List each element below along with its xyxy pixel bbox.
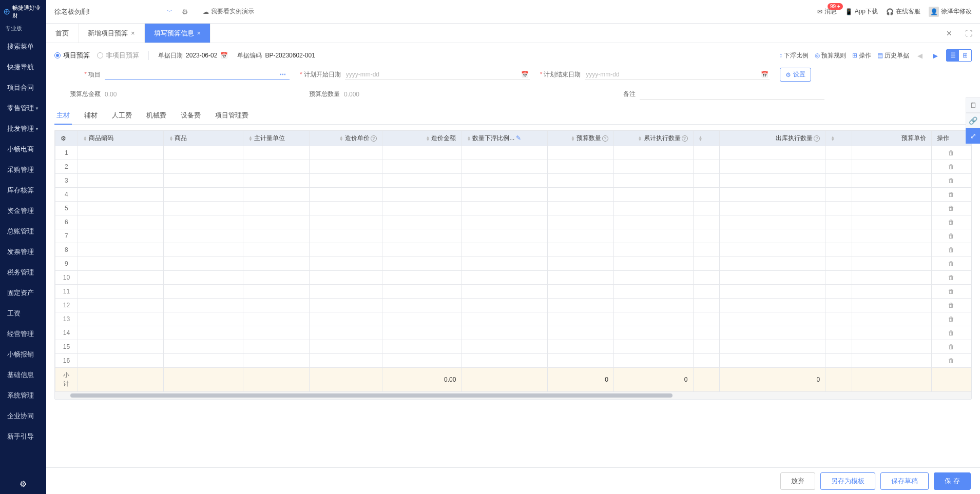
sidebar-item-9[interactable]: 总账管理 (0, 221, 46, 242)
sidebar-item-16[interactable]: 基础信息 (0, 365, 46, 385)
prev-arrow-icon[interactable]: ◀ (915, 52, 925, 60)
trash-icon[interactable]: 🗑 (948, 329, 954, 337)
trash-icon[interactable]: 🗑 (948, 246, 954, 253)
table-row[interactable]: 7🗑 (55, 229, 971, 243)
float-attach-icon[interactable]: 🔗 (966, 113, 980, 128)
table-row[interactable]: 6🗑 (55, 215, 971, 229)
view-list-button[interactable]: ☰ (947, 50, 959, 61)
sidebar-item-18[interactable]: 企业协同 (0, 406, 46, 426)
tab-home[interactable]: 首页 (46, 24, 79, 43)
table-settings-header[interactable]: ⚙ (55, 131, 78, 146)
trash-icon[interactable]: 🗑 (948, 219, 954, 226)
save-template-button[interactable]: 另存为模板 (820, 472, 875, 490)
radio-non-project-budget[interactable]: 非项目预算 (97, 51, 139, 60)
trash-icon[interactable]: 🗑 (948, 274, 954, 281)
table-row[interactable]: 9🗑 (55, 257, 971, 271)
table-row[interactable]: 13🗑 (55, 312, 971, 326)
settings-button[interactable]: ⚙ 设置 (780, 68, 811, 82)
operate-link[interactable]: ⊞操作 (852, 51, 871, 60)
fullscreen-icon[interactable]: ⛶ (962, 26, 976, 41)
sidebar-item-8[interactable]: 资金管理 (0, 201, 46, 221)
sidebar-item-11[interactable]: 税务管理 (0, 262, 46, 283)
sidebar-item-15[interactable]: 小畅报销 (0, 344, 46, 365)
table-row[interactable]: 8🗑 (55, 243, 971, 257)
subtab-0[interactable]: 主材 (54, 108, 72, 124)
sort-icon[interactable]: ▲▼ (699, 136, 703, 141)
sidebar-item-2[interactable]: 项目合同 (0, 77, 46, 98)
help-icon[interactable]: ? (682, 135, 688, 142)
trash-icon[interactable]: 🗑 (948, 288, 954, 295)
sidebar-item-5[interactable]: 小畅电商 (0, 139, 46, 160)
trash-icon[interactable]: 🗑 (948, 343, 954, 350)
table-row[interactable]: 14🗑 (55, 326, 971, 340)
trash-icon[interactable]: 🗑 (948, 260, 954, 267)
tab-new-project-budget[interactable]: 新增项目预算 × (79, 24, 145, 43)
bill-date-value[interactable]: 2023-06-02 (186, 52, 217, 59)
table-row[interactable]: 1🗑 (55, 146, 971, 160)
horizontal-scrollbar[interactable] (55, 392, 971, 399)
tab-fill-budget-info[interactable]: 填写预算信息 × (145, 24, 211, 43)
history-link[interactable]: ▤历史单据 (877, 51, 909, 60)
sort-icon[interactable]: ▲▼ (831, 136, 835, 141)
table-row[interactable]: 2🗑 (55, 160, 971, 174)
pencil-icon[interactable]: ✎ (516, 134, 521, 142)
sidebar-item-1[interactable]: 快捷导航 (0, 57, 46, 77)
demo-link[interactable]: ☁ 我要看实例演示 (203, 7, 254, 16)
sort-icon[interactable]: ▲▼ (339, 136, 343, 141)
table-row[interactable]: 12🗑 (55, 299, 971, 312)
table-row[interactable]: 16🗑 (55, 354, 971, 368)
close-icon[interactable]: × (131, 29, 135, 37)
calendar-icon[interactable]: 📅 (761, 71, 768, 78)
messages-button[interactable]: ✉ 消息 99 + (817, 7, 837, 16)
save-draft-button[interactable]: 保存草稿 (880, 472, 929, 490)
sidebar-item-12[interactable]: 固定资产 (0, 283, 46, 303)
sidebar-item-6[interactable]: 采购管理 (0, 160, 46, 180)
trash-icon[interactable]: 🗑 (948, 315, 954, 323)
remark-input[interactable] (641, 90, 823, 97)
view-grid-button[interactable]: ⊞ (959, 50, 971, 61)
table-row[interactable]: 5🗑 (55, 202, 971, 215)
calendar-icon[interactable]: 📅 (220, 52, 228, 59)
sort-icon[interactable]: ▲▼ (169, 136, 173, 141)
sort-icon[interactable]: ▲▼ (426, 136, 430, 141)
table-row[interactable]: 3🗑 (55, 174, 971, 188)
sidebar-settings-icon[interactable]: ⚙ (0, 474, 46, 494)
trash-icon[interactable]: 🗑 (948, 232, 954, 240)
trash-icon[interactable]: 🗑 (948, 191, 954, 198)
sort-icon[interactable]: ▲▼ (571, 136, 575, 141)
table-row[interactable]: 15🗑 (55, 340, 971, 354)
subtab-3[interactable]: 机械费 (144, 108, 168, 124)
table-row[interactable]: 11🗑 (55, 285, 971, 299)
next-arrow-icon[interactable]: ▶ (931, 52, 940, 60)
float-note-icon[interactable]: 🗒 (966, 97, 980, 113)
sort-icon[interactable]: ▲▼ (638, 136, 642, 141)
subtab-4[interactable]: 设备费 (179, 108, 203, 124)
subtab-2[interactable]: 人工费 (110, 108, 134, 124)
trash-icon[interactable]: 🗑 (948, 149, 954, 156)
trash-icon[interactable]: 🗑 (948, 205, 954, 212)
trash-icon[interactable]: 🗑 (948, 357, 954, 364)
sidebar-item-19[interactable]: 新手引导 (0, 426, 46, 447)
trash-icon[interactable]: 🗑 (948, 302, 954, 309)
scrollbar-thumb[interactable] (70, 393, 672, 398)
plan-end-input[interactable] (586, 71, 761, 78)
sidebar-item-14[interactable]: 经营管理 (0, 324, 46, 344)
user-menu[interactable]: 👤 徐泽华修改 (929, 7, 972, 17)
project-input[interactable] (106, 71, 278, 78)
radio-project-budget[interactable]: 项目预算 (54, 51, 90, 60)
help-icon[interactable]: ? (814, 135, 820, 142)
app-download-button[interactable]: 📱 App下载 (845, 7, 878, 16)
gear-icon[interactable]: ⚙ (182, 8, 188, 16)
save-button[interactable]: 保 存 (934, 472, 971, 490)
help-icon[interactable]: ? (371, 135, 377, 142)
org-selector[interactable]: 徐老板勿删! ﹀ ⚙ (54, 7, 188, 16)
sort-icon[interactable]: ▲▼ (83, 136, 87, 141)
plan-start-input[interactable] (346, 71, 521, 78)
subtab-1[interactable]: 辅材 (82, 108, 100, 124)
table-row[interactable]: 10🗑 (55, 271, 971, 285)
sort-icon[interactable]: ▲▼ (248, 136, 253, 141)
sidebar-item-10[interactable]: 发票管理 (0, 242, 46, 262)
trash-icon[interactable]: 🗑 (948, 177, 954, 184)
float-expand-icon[interactable]: ⤢ (966, 128, 980, 144)
tabbar-close-icon[interactable]: ✕ (942, 26, 956, 41)
